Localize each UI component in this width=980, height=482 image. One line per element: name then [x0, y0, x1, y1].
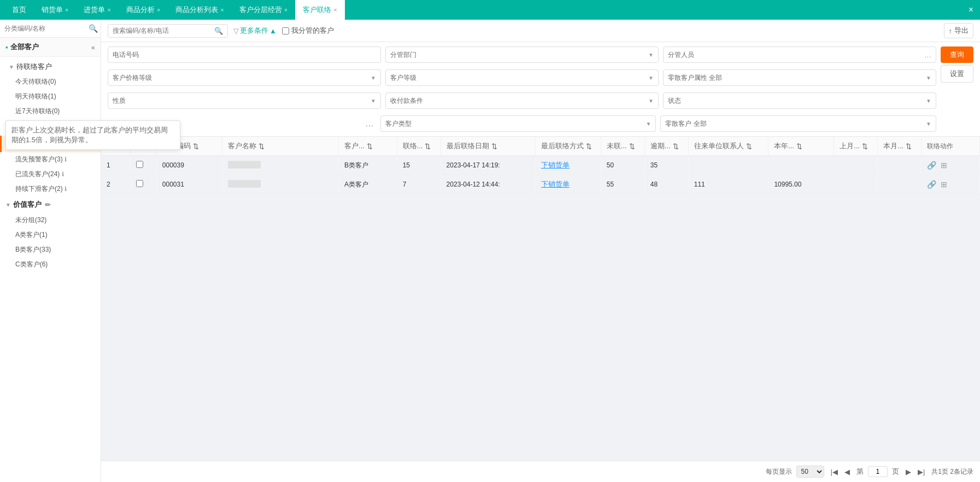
th-not-contacted[interactable]: 未联... ⇅: [601, 137, 644, 156]
nav-close-active-icon[interactable]: ×: [333, 7, 337, 13]
filter-retail-customer[interactable]: 零散客户 全部 ▼: [660, 115, 936, 132]
nav-close-icon[interactable]: ×: [65, 7, 68, 13]
main-search-icon[interactable]: 🔍: [214, 27, 223, 35]
more-dots-icon[interactable]: …: [365, 119, 374, 129]
filter-row-1: 电话号码 分管部门 ▼ 分管人员 …: [108, 47, 936, 63]
query-button[interactable]: 查询: [941, 47, 973, 63]
td-last-method-1: 下销货单: [535, 156, 601, 175]
row-checkbox-1[interactable]: [136, 161, 143, 168]
td-actions-2: 🔗 ⊞: [922, 175, 980, 194]
filter-customer-type[interactable]: 客户类型 ▼: [380, 115, 656, 132]
filter-retail-attr[interactable]: 零散客户属性 全部 ▼: [663, 69, 936, 86]
th-contact-count[interactable]: 联络... ⇅: [397, 137, 441, 156]
nav-close-icon[interactable]: ×: [157, 7, 160, 13]
nav-close-icon[interactable]: ×: [284, 7, 287, 13]
sort-icon: ⇅: [906, 142, 912, 150]
more-action-icon-2[interactable]: ⊞: [941, 180, 947, 189]
th-last-contact-method[interactable]: 最后联络方式 ⇅: [535, 137, 601, 156]
more-action-icon-1[interactable]: ⊞: [941, 161, 947, 170]
export-button[interactable]: ↑ 导出: [944, 23, 974, 38]
filter-person[interactable]: 分管人员 …: [663, 47, 936, 63]
link-sales-order-1[interactable]: 下销货单: [541, 161, 570, 169]
sidebar-search-icon[interactable]: 🔍: [89, 24, 98, 33]
nav-close-icon[interactable]: ×: [107, 7, 110, 13]
nav-product-analysis[interactable]: 商品分析 ×: [119, 0, 168, 20]
sidebar-value-customers-header[interactable]: ▼ 价值客户 ✏: [0, 196, 101, 213]
contact-icon-1[interactable]: 🔗: [927, 161, 936, 170]
sidebar-item-lost[interactable]: 已流失客户(24) ℹ: [0, 167, 101, 182]
page-size-select[interactable]: 50 100 200: [796, 466, 824, 478]
sidebar-item-declining[interactable]: 持续下滑客户(2) ℹ: [0, 182, 101, 196]
page-next-button[interactable]: ▶: [903, 467, 913, 477]
page-number-input[interactable]: [868, 466, 888, 477]
bottom-pagination-bar: 每页显示 50 100 200 |◀ ◀ 第 页 ▶ ▶| 共1页 2条记录: [101, 461, 980, 482]
sidebar-collapse-icon[interactable]: «: [91, 43, 95, 51]
td-this-month-1: [878, 156, 922, 175]
th-this-year[interactable]: 本年... ⇅: [768, 137, 834, 156]
td-contact-count-2: 7: [397, 175, 441, 194]
chevron-down-icon: ▼: [648, 98, 654, 104]
th-actions: 联络动作: [922, 137, 980, 156]
row-checkbox-2[interactable]: [136, 180, 143, 187]
filter-customer-level[interactable]: 客户等级 ▼: [385, 69, 659, 86]
settings-button[interactable]: 设置: [941, 65, 973, 83]
sidebar-item-class-b[interactable]: B类客户(33): [0, 242, 101, 257]
ellipsis-icon[interactable]: …: [924, 51, 931, 59]
sidebar-group-pending-header[interactable]: ▼ 待联络客户: [0, 59, 101, 74]
th-last-contact-date[interactable]: 最后联络日期 ⇅: [441, 137, 535, 156]
more-conditions-button[interactable]: ▽ 更多条件 ▲: [233, 26, 277, 36]
edit-icon[interactable]: ✏: [45, 201, 51, 209]
nav-purchase-order[interactable]: 进货单 ×: [76, 0, 118, 20]
table-row: 2 000031 A类客户 7 2023-04-12 14:44: 下销货单 5…: [101, 175, 980, 194]
action-buttons-area: 查询 设置: [941, 47, 973, 132]
chevron-down-icon: ▼: [371, 98, 376, 104]
nav-product-analysis-list[interactable]: 商品分析列表 ×: [168, 0, 231, 20]
sidebar-search-input[interactable]: [4, 25, 86, 32]
filter-price-level[interactable]: 客户价格等级 ▼: [108, 69, 381, 86]
th-last-month[interactable]: 上月... ⇅: [834, 137, 878, 156]
table-header-row: ⚙ 客户编码 ⇅ 客户名称 ⇅ 客户... ⇅: [101, 137, 980, 156]
filter-dept[interactable]: 分管部门 ▼: [385, 47, 659, 63]
sort-icon: ⇅: [629, 142, 635, 150]
page-last-button[interactable]: ▶|: [916, 467, 927, 477]
sidebar-item-class-c[interactable]: C类客户(6): [0, 257, 101, 272]
main-search-input[interactable]: [113, 27, 212, 34]
th-customer-type[interactable]: 客户... ⇅: [339, 137, 397, 156]
filter-icon: ▽: [233, 27, 239, 35]
link-sales-order-2[interactable]: 下销货单: [541, 180, 570, 188]
td-last-month-2: [834, 175, 878, 194]
th-this-month[interactable]: 本月... ⇅: [878, 137, 922, 156]
nav-sales-order[interactable]: 销货单 ×: [34, 0, 76, 20]
sidebar-item-tomorrow[interactable]: 明天待联络(1): [0, 89, 101, 104]
sidebar-item-class-a[interactable]: A类客户(1): [0, 228, 101, 242]
sidebar-item-week[interactable]: 近7天待联络(0): [0, 104, 101, 119]
td-last-method-2: 下销货单: [535, 175, 601, 194]
sidebar-item-today[interactable]: 今天待联络(0): [0, 74, 101, 89]
chevron-up-icon: ▲: [269, 27, 277, 35]
nav-customer-stratification[interactable]: 客户分层经营 ×: [232, 0, 295, 20]
sidebar-item-ungrouped[interactable]: 未分组(32): [0, 213, 101, 228]
nav-close-icon[interactable]: ×: [220, 7, 224, 13]
td-code-1: 000039: [156, 156, 222, 175]
page-first-button[interactable]: |◀: [829, 467, 840, 477]
blurred-name-2: [228, 180, 261, 188]
window-close-button[interactable]: ×: [969, 5, 973, 15]
chevron-down-icon: ▼: [648, 52, 654, 58]
table-row: 1 000039 B类客户 15 2023-04-17 14:19: 下销货单 …: [101, 156, 980, 175]
my-customers-checkbox-area: 我分管的客户: [282, 26, 334, 36]
th-overdue[interactable]: 逾期... ⇅: [644, 137, 688, 156]
filter-phone[interactable]: 电话号码: [108, 47, 381, 63]
export-icon: ↑: [949, 27, 953, 35]
page-prev-button[interactable]: ◀: [842, 467, 852, 477]
filter-nature[interactable]: 性质 ▼: [108, 92, 381, 109]
sidebar-item-loss-warning[interactable]: 流失预警客户(3) ℹ: [0, 152, 101, 167]
filter-status[interactable]: 状态 ▼: [663, 92, 936, 109]
my-customers-checkbox[interactable]: [282, 27, 289, 34]
sidebar-all-customers-header[interactable]: ▪ 全部客户 «: [0, 38, 101, 57]
nav-customer-contact[interactable]: 客户联络 ×: [295, 0, 344, 20]
nav-home[interactable]: 首页: [4, 0, 34, 20]
th-company-contact[interactable]: 往来单位联系人 ⇅: [688, 137, 768, 156]
th-customer-name[interactable]: 客户名称 ⇅: [222, 137, 338, 156]
filter-payment[interactable]: 收付款条件 ▼: [385, 92, 659, 109]
contact-icon-2[interactable]: 🔗: [927, 180, 936, 189]
